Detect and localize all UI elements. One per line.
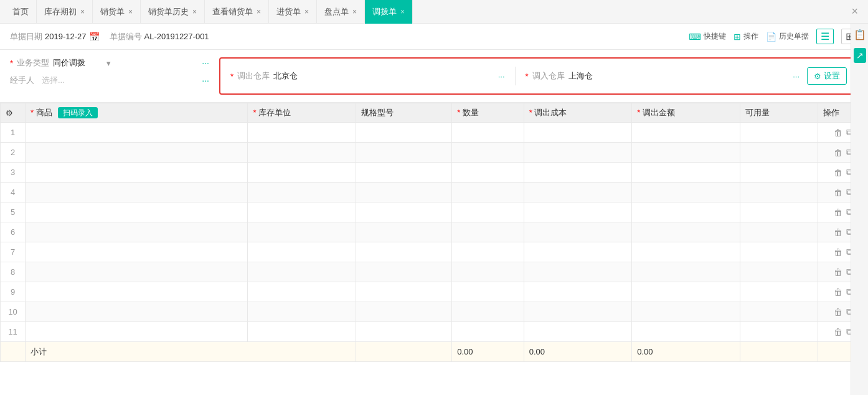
row-7-qty[interactable] bbox=[452, 242, 524, 262]
settings-button[interactable]: ⚙ 设置 bbox=[807, 67, 847, 85]
row-9-qty[interactable] bbox=[452, 282, 524, 302]
row-5-qty[interactable] bbox=[452, 202, 524, 222]
tab-sales-order-close[interactable]: × bbox=[128, 7, 133, 16]
row-10-goods[interactable] bbox=[26, 302, 248, 322]
tab-view-sales[interactable]: 查看销货单 × bbox=[205, 0, 269, 24]
row-3-qty[interactable] bbox=[452, 163, 524, 183]
tab-transfer-order-close[interactable]: × bbox=[400, 7, 405, 16]
operations-button[interactable]: ⊞ 操作 bbox=[734, 31, 758, 42]
row-5-goods[interactable] bbox=[26, 202, 248, 222]
row-8-spec[interactable] bbox=[356, 262, 452, 282]
layout-list-button[interactable]: ☰ bbox=[816, 29, 834, 44]
row-5-spec[interactable] bbox=[356, 202, 452, 222]
calendar-icon[interactable]: 📅 bbox=[89, 32, 100, 42]
tab-sales-history-close[interactable]: × bbox=[192, 7, 197, 16]
row-8-cost[interactable] bbox=[524, 262, 632, 282]
row-1-unit[interactable] bbox=[248, 123, 356, 143]
row-5-available[interactable] bbox=[740, 202, 818, 222]
scan-button[interactable]: 扫码录入 bbox=[58, 107, 98, 118]
row-1-amount[interactable] bbox=[632, 123, 740, 143]
delete-icon-3[interactable]: 🗑 bbox=[834, 168, 842, 178]
row-10-unit[interactable] bbox=[248, 302, 356, 322]
row-3-amount[interactable] bbox=[632, 163, 740, 183]
row-3-goods[interactable] bbox=[26, 163, 248, 183]
delete-icon-6[interactable]: 🗑 bbox=[834, 227, 842, 237]
row-11-spec[interactable] bbox=[356, 322, 452, 342]
tab-purchase-order[interactable]: 进货单 × bbox=[269, 0, 317, 24]
row-9-cost[interactable] bbox=[524, 282, 632, 302]
row-9-goods[interactable] bbox=[26, 282, 248, 302]
warehouse-out-value[interactable]: 北京仓 bbox=[273, 70, 489, 82]
warehouse-out-more-icon[interactable]: ··· bbox=[498, 72, 505, 81]
row-4-goods[interactable] bbox=[26, 183, 248, 202]
panel-external-link-icon[interactable]: ↗ bbox=[854, 48, 866, 63]
row-8-qty[interactable] bbox=[452, 262, 524, 282]
row-6-spec[interactable] bbox=[356, 222, 452, 242]
row-2-unit[interactable] bbox=[248, 143, 356, 163]
row-7-available[interactable] bbox=[740, 242, 818, 262]
gear-icon[interactable]: ⚙ bbox=[6, 108, 13, 118]
row-1-spec[interactable] bbox=[356, 123, 452, 143]
row-10-qty[interactable] bbox=[452, 302, 524, 322]
tab-purchase-order-close[interactable]: × bbox=[304, 7, 309, 16]
row-2-cost[interactable] bbox=[524, 143, 632, 163]
tab-home[interactable]: 首页 bbox=[5, 0, 37, 24]
th-gear[interactable]: ⚙ bbox=[1, 103, 26, 123]
row-7-unit[interactable] bbox=[248, 242, 356, 262]
row-5-amount[interactable] bbox=[632, 202, 740, 222]
row-6-unit[interactable] bbox=[248, 222, 356, 242]
row-6-amount[interactable] bbox=[632, 222, 740, 242]
row-11-cost[interactable] bbox=[524, 322, 632, 342]
row-9-unit[interactable] bbox=[248, 282, 356, 302]
delete-icon-5[interactable]: 🗑 bbox=[834, 207, 842, 217]
warehouse-in-value[interactable]: 上海仓 bbox=[568, 70, 785, 82]
tab-inventory-init[interactable]: 库存期初 × bbox=[37, 0, 93, 24]
row-4-amount[interactable] bbox=[632, 183, 740, 202]
row-3-unit[interactable] bbox=[248, 163, 356, 183]
business-type-more-icon[interactable]: ··· bbox=[202, 58, 209, 68]
business-type-value[interactable]: 同价调拨 bbox=[53, 57, 103, 69]
delete-icon-8[interactable]: 🗑 bbox=[834, 267, 842, 277]
tab-sales-history[interactable]: 销货单历史 × bbox=[141, 0, 205, 24]
delete-icon-1[interactable]: 🗑 bbox=[834, 128, 842, 138]
row-4-available[interactable] bbox=[740, 183, 818, 202]
row-10-spec[interactable] bbox=[356, 302, 452, 322]
row-1-available[interactable] bbox=[740, 123, 818, 143]
row-5-cost[interactable] bbox=[524, 202, 632, 222]
row-1-qty[interactable] bbox=[452, 123, 524, 143]
row-2-spec[interactable] bbox=[356, 143, 452, 163]
row-2-amount[interactable] bbox=[632, 143, 740, 163]
warehouse-in-more-icon[interactable]: ··· bbox=[793, 72, 800, 81]
row-8-unit[interactable] bbox=[248, 262, 356, 282]
tab-view-sales-close[interactable]: × bbox=[257, 7, 261, 16]
row-6-goods[interactable] bbox=[26, 222, 248, 242]
row-11-unit[interactable] bbox=[248, 322, 356, 342]
row-6-available[interactable] bbox=[740, 222, 818, 242]
row-8-amount[interactable] bbox=[632, 262, 740, 282]
row-2-qty[interactable] bbox=[452, 143, 524, 163]
row-7-spec[interactable] bbox=[356, 242, 452, 262]
history-button[interactable]: 📄 历史单据 bbox=[766, 31, 809, 42]
row-11-goods[interactable] bbox=[26, 322, 248, 342]
row-11-available[interactable] bbox=[740, 322, 818, 342]
row-1-cost[interactable] bbox=[524, 123, 632, 143]
row-11-amount[interactable] bbox=[632, 322, 740, 342]
row-9-spec[interactable] bbox=[356, 282, 452, 302]
tab-transfer-order[interactable]: 调拨单 × bbox=[365, 0, 413, 24]
agent-select[interactable]: 选择... bbox=[42, 75, 65, 86]
row-5-unit[interactable] bbox=[248, 202, 356, 222]
delete-icon-2[interactable]: 🗑 bbox=[834, 148, 842, 158]
row-9-available[interactable] bbox=[740, 282, 818, 302]
delete-icon-9[interactable]: 🗑 bbox=[834, 287, 842, 297]
delete-icon-10[interactable]: 🗑 bbox=[834, 307, 842, 317]
tab-inventory-init-close[interactable]: × bbox=[80, 7, 85, 16]
delete-icon-11[interactable]: 🗑 bbox=[834, 327, 842, 337]
agent-more-icon[interactable]: ··· bbox=[202, 75, 209, 85]
row-10-available[interactable] bbox=[740, 302, 818, 322]
tab-inventory-count-close[interactable]: × bbox=[352, 7, 357, 16]
row-9-amount[interactable] bbox=[632, 282, 740, 302]
row-4-spec[interactable] bbox=[356, 183, 452, 202]
panel-document-icon[interactable]: 📋 bbox=[854, 29, 866, 40]
row-1-goods[interactable] bbox=[26, 123, 248, 143]
close-all-tabs-button[interactable]: × bbox=[846, 5, 863, 18]
